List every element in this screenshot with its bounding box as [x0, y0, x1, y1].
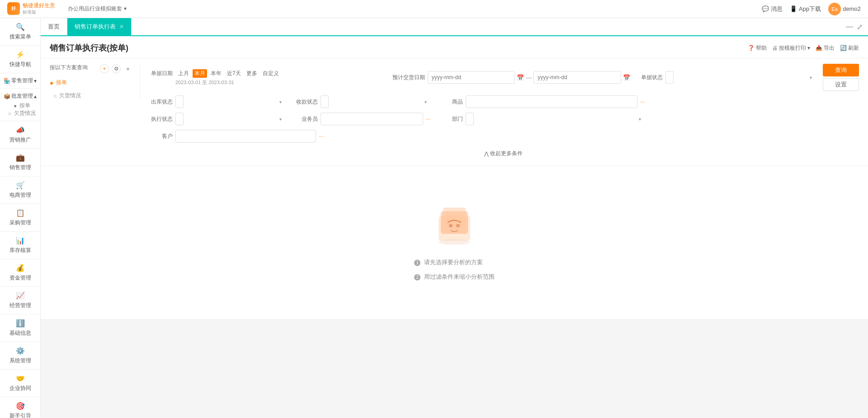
department-select-wrap: ▾ [466, 113, 645, 125]
collapse-more-btn[interactable]: ⋀ 收起更多条件 [484, 150, 523, 157]
operation-icon: 📈 [16, 291, 25, 300]
plan-circle-icon: ● [50, 79, 53, 86]
cal-icon-start[interactable]: 📅 [517, 74, 524, 81]
sub-item-shortage[interactable]: ○ 欠货情况 [5, 109, 36, 117]
date-tab-custom[interactable]: 自定义 [261, 69, 281, 78]
logo-sub: 标准版 [23, 9, 55, 15]
settings-btn[interactable]: 设置 [823, 78, 859, 91]
sidebar-item-quick-label: 快捷导航 [9, 61, 31, 68]
date-tab-this-year[interactable]: 本年 [209, 69, 223, 78]
purchase-icon: 📋 [16, 209, 25, 217]
help-icon: ❓ [748, 45, 755, 51]
tab-home[interactable]: 首页 [41, 18, 67, 36]
empty-line2: 2 用过滤条件来缩小分析范围 [414, 271, 495, 283]
filter-right: 单据日期 上月 本月 本年 近7天 更多 自定义 [147, 64, 859, 160]
sub-plan-icon: ○ [53, 93, 57, 99]
expected-date-start[interactable] [428, 71, 515, 84]
sub-plan-shortage[interactable]: ○ 欠货情况 [50, 92, 132, 100]
plan-item-by-order[interactable]: ● 按单 [50, 79, 132, 86]
shortage-icon: ○ [8, 110, 11, 117]
retail-arrow-icon: ▾ [34, 78, 37, 84]
sidebar-item-sales[interactable]: 💼 销售管理 [0, 149, 40, 176]
sidebar-item-finance[interactable]: 💰 资金管理 [0, 259, 40, 287]
avatar: Ea [828, 3, 841, 15]
export-btn[interactable]: 📤 导出 [816, 44, 835, 52]
sidebar-item-quick[interactable]: ⚡ 快捷导航 [0, 46, 40, 73]
template-print-btn[interactable]: 🖨 按模板打印 ▾ [772, 44, 810, 52]
sidebar-item-system[interactable]: ⚙️ 系统管理 [0, 342, 40, 370]
date-tab-7days[interactable]: 近7天 [225, 69, 243, 78]
doc-status-select-wrap: ▾ [665, 71, 816, 84]
out-status-select[interactable] [175, 95, 184, 108]
collapse-plan-btn[interactable]: « [123, 64, 132, 73]
settings-plan-btn[interactable]: ⚙ [112, 64, 121, 73]
quick-nav-icon: ⚡ [16, 50, 25, 59]
collect-status-select-wrap: ▾ [321, 95, 430, 108]
top-bar-right: 💬 消息 📱 App下载 Ea demo2 [762, 3, 861, 15]
salesperson-input[interactable] [321, 113, 423, 125]
add-plan-btn[interactable]: + [100, 64, 109, 73]
tab-close-icon[interactable]: ✕ [119, 24, 124, 30]
collect-status-arrow-icon: ▾ [425, 100, 427, 104]
sidebar-item-ecommerce[interactable]: 🛒 电商管理 [0, 176, 40, 204]
filter-actions-row: ⋀ 收起更多条件 [147, 147, 859, 160]
page-actions: ❓ 帮助 🖨 按模板打印 ▾ 📤 导出 🔄 [748, 44, 859, 52]
filter-doc-status-field: 单据状态 ▾ [637, 71, 816, 84]
salesperson-more-icon[interactable]: ··· [426, 116, 430, 122]
sidebar-item-newbie[interactable]: 🎯 新手引导 [0, 397, 40, 418]
help-btn[interactable]: ❓ 帮助 [748, 44, 767, 52]
goods-more-icon[interactable]: ··· [640, 99, 645, 105]
date-tab-this-month[interactable]: 本月 [193, 69, 207, 78]
export-icon: 📤 [816, 45, 822, 51]
logo-icon: 好 [7, 2, 20, 15]
exec-status-select[interactable] [175, 113, 184, 125]
customer-input[interactable] [175, 130, 316, 142]
sidebar-item-enterprise[interactable]: 🤝 企业协同 [0, 370, 40, 397]
sidebar-item-wholesale[interactable]: 📦 批发管理 ▴ ● 按单 ○ 欠货情况 [0, 89, 40, 121]
refresh-btn[interactable]: 🔄 刷新 [840, 44, 859, 52]
collect-status-select[interactable] [321, 95, 329, 108]
search-btn[interactable]: 查询 [823, 64, 859, 76]
sub-item-by-order[interactable]: ● 按单 [10, 102, 30, 109]
customer-label: 客户 [147, 133, 173, 140]
out-status-label: 出库状态 [147, 98, 173, 106]
sidebar-item-purchase[interactable]: 📋 采购管理 [0, 204, 40, 232]
date-tab-last-month[interactable]: 上月 [176, 69, 191, 78]
sidebar-item-retail[interactable]: 🏪 零售管理 ▾ [0, 73, 40, 89]
sidebar-item-search[interactable]: 🔍 搜索菜单 [0, 18, 40, 46]
user-avatar-btn[interactable]: Ea demo2 [828, 3, 861, 15]
top-bar: 好 畅捷通好生意 标准版 办公用品行业模拟账套 ▾ 💬 消息 📱 App下载 E… [0, 0, 868, 18]
tab-minimize-icon[interactable]: — [846, 23, 853, 31]
date-tab-more[interactable]: 更多 [245, 69, 259, 78]
date-range-text: 2023-03-01 至 2023-03-31 [175, 79, 234, 86]
filter-customer-field: 客户 ··· [147, 130, 324, 142]
customer-more-icon[interactable]: ··· [319, 133, 323, 139]
collapse-up-icon: ⋀ [484, 151, 489, 157]
tab-maximize-icon[interactable]: ⤢ [857, 23, 863, 31]
empty-text: 1 请先选择要分析的方案 2 用过滤条件来缩小分析范围 [414, 256, 495, 283]
app-download-icon: 📱 [790, 5, 797, 12]
doc-status-arrow-icon: ▾ [810, 75, 812, 80]
dropdown-arrow-icon: ▾ [124, 5, 127, 12]
filter-section: 按以下方案查询 + ⚙ « ● 按单 [41, 58, 868, 166]
search-icon: 🔍 [16, 23, 25, 31]
cal-icon-end[interactable]: 📅 [623, 74, 630, 81]
sidebar-item-marketing[interactable]: 📣 营销推广 [0, 121, 40, 149]
basic-icon: ℹ️ [16, 319, 25, 328]
app-download-btn[interactable]: 📱 App下载 [790, 5, 821, 13]
industry-dropdown[interactable]: 办公用品行业模拟账套 ▾ [68, 5, 127, 13]
sidebar-item-operation[interactable]: 📈 经营管理 [0, 287, 40, 314]
filter-date-field: 单据日期 上月 本月 本年 近7天 更多 自定义 [147, 69, 385, 86]
sidebar-item-basic[interactable]: ℹ️ 基础信息 [0, 314, 40, 342]
goods-input[interactable] [466, 95, 637, 108]
finance-icon: 💰 [16, 264, 25, 272]
department-select[interactable] [466, 113, 474, 125]
tab-sales-order[interactable]: 销售订单执行表 ✕ [67, 18, 132, 36]
message-btn[interactable]: 💬 消息 [762, 5, 783, 13]
expected-date-end[interactable] [533, 71, 621, 84]
print-dropdown-icon: ▾ [807, 45, 810, 51]
filter-out-status-field: 出库状态 ▾ [147, 95, 285, 108]
ecommerce-icon: 🛒 [16, 181, 25, 190]
doc-status-select[interactable] [665, 71, 674, 84]
sidebar-item-inventory[interactable]: 📊 库存核算 [0, 232, 40, 259]
